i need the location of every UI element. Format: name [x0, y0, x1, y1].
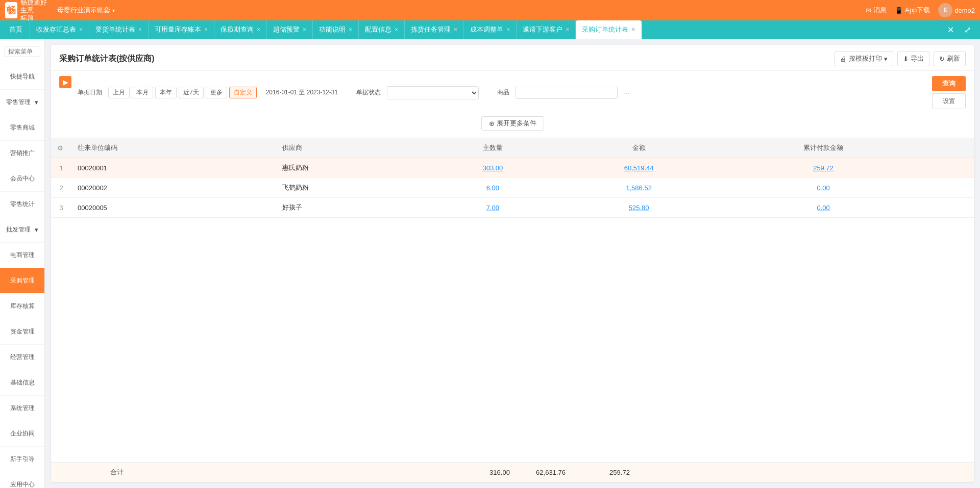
settings-button[interactable]: 设置: [932, 93, 966, 109]
date-btn-this-month[interactable]: 本月: [132, 87, 153, 98]
row-supplier: 飞鹤奶粉: [276, 178, 429, 198]
page-header: 采购订单统计表(按供应商) 🖨 按模板打印 ▾ ⬇ 导出 ↻ 刷新: [51, 45, 974, 71]
sidebar-item-retail[interactable]: 零售管理 ▾: [0, 90, 44, 115]
workspace-selector[interactable]: 母婴行业演示账套 ▾: [52, 6, 120, 15]
main-layout: 快捷导航 零售管理 ▾ 零售商城 营销推广 会员中心 零售统计 批发管理 ▾ 电…: [0, 39, 980, 488]
row-qty[interactable]: 303.00: [429, 158, 557, 178]
date-btn-last-month[interactable]: 上月: [108, 87, 130, 98]
tab-shoufacun[interactable]: 收发存汇总表 ×: [30, 20, 89, 39]
goods-input[interactable]: [516, 87, 618, 99]
refresh-icon: ↻: [939, 55, 945, 63]
table-row: 1 00020001 惠氏奶粉 303.00 60,519.44 259.72: [51, 158, 974, 178]
top-bar-right: ✉ 消息 📱 App下载 E demo2: [866, 3, 975, 17]
sidebar-item-zijin[interactable]: 资金管理: [0, 319, 44, 345]
nav-tabs: 首页 收发存汇总表 × 要货单统计表 × 可用量库存账本 × 保质期查询 × 超…: [0, 20, 980, 39]
close-all-icon[interactable]: ✕: [944, 24, 957, 36]
sidebar-item-qiye[interactable]: 企业协同: [0, 421, 44, 447]
message-btn[interactable]: ✉ 消息: [866, 6, 887, 15]
search-input[interactable]: [5, 46, 40, 57]
sidebar-item-yingyong[interactable]: 应用中心: [0, 472, 44, 488]
app-download-btn[interactable]: 📱 App下载: [895, 6, 930, 15]
row-code: 00020002: [71, 178, 276, 198]
row-amount[interactable]: 60,519.44: [557, 158, 721, 178]
sidebar-item-xinshou[interactable]: 新手引导: [0, 447, 44, 472]
sidebar-search-area[interactable]: [0, 39, 44, 64]
sidebar-item-caigou[interactable]: 采购管理: [0, 268, 44, 294]
close-icon[interactable]: ×: [79, 26, 83, 33]
row-qty[interactable]: 7.00: [429, 198, 557, 218]
query-actions: 查询 设置: [932, 76, 966, 109]
row-amount[interactable]: 1,586.52: [557, 178, 721, 198]
tab-yaohuo[interactable]: 要货单统计表 ×: [89, 20, 149, 39]
export-button[interactable]: ⬇ 导出: [897, 51, 929, 66]
template-print-button[interactable]: 🖨 按模板打印 ▾: [835, 51, 893, 66]
filter-toggle-button[interactable]: ▶: [59, 76, 71, 88]
sidebar-item-retail-stat[interactable]: 零售统计: [0, 192, 44, 217]
tab-chaochu[interactable]: 超储预警 ×: [267, 20, 313, 39]
close-icon[interactable]: ×: [257, 26, 260, 33]
close-icon[interactable]: ×: [506, 26, 510, 33]
status-select[interactable]: [387, 86, 479, 99]
row-extra: [926, 178, 974, 198]
row-paid[interactable]: 0.00: [721, 178, 926, 198]
date-custom-tag: 自定义: [229, 87, 257, 98]
sidebar-item-pifa[interactable]: 批发管理 ▾: [0, 217, 44, 243]
sidebar-item-kucun[interactable]: 库存核算: [0, 294, 44, 319]
sidebar-item-xitong[interactable]: 系统管理: [0, 396, 44, 421]
expand-icon[interactable]: ⤢: [961, 24, 974, 36]
refresh-button[interactable]: ↻ 刷新: [934, 51, 966, 66]
tab-yaoqing[interactable]: 邀请下游客户 ×: [517, 20, 576, 39]
col-amount: 金额: [557, 138, 721, 158]
close-icon[interactable]: ×: [566, 26, 569, 33]
content-area: 采购订单统计表(按供应商) 🖨 按模板打印 ▾ ⬇ 导出 ↻ 刷新: [45, 39, 980, 488]
row-paid[interactable]: 259.72: [721, 158, 926, 178]
settings-col-icon[interactable]: ⚙: [57, 144, 63, 152]
close-icon[interactable]: ×: [349, 26, 352, 33]
tab-chengben[interactable]: 成本调整单 ×: [464, 20, 517, 39]
tab-peizhi[interactable]: 配置信息 ×: [359, 20, 405, 39]
top-bar: 畅 畅捷通好生意 标题 母婴行业演示账套 ▾ ✉ 消息 📱 App下载 E de…: [0, 0, 980, 20]
sidebar: 快捷导航 零售管理 ▾ 零售商城 营销推广 会员中心 零售统计 批发管理 ▾ 电…: [0, 39, 45, 488]
goods-filter-label: 商品: [497, 88, 509, 97]
table-footer: 合计 316.00 62,631.76 259.72: [51, 462, 974, 482]
message-icon: ✉: [866, 7, 871, 14]
date-quick-btns: 上月 本月 本年 近7天 更多 自定义: [108, 87, 257, 98]
sidebar-item-shortcut[interactable]: 快捷导航: [0, 64, 44, 90]
date-btn-7days[interactable]: 近7天: [179, 87, 204, 98]
date-btn-more[interactable]: 更多: [206, 87, 227, 98]
user-area[interactable]: E demo2: [938, 3, 975, 17]
tab-home[interactable]: 首页: [2, 20, 30, 39]
sidebar-item-jichu[interactable]: 基础信息: [0, 370, 44, 396]
sidebar-item-ecom[interactable]: 电商管理: [0, 243, 44, 268]
date-filter-label: 单据日期: [78, 88, 102, 97]
logo-area: 畅 畅捷通好生意 标题: [5, 0, 50, 22]
sidebar-item-member[interactable]: 会员中心: [0, 166, 44, 192]
sidebar-item-marketing[interactable]: 营销推广: [0, 141, 44, 166]
row-paid[interactable]: 0.00: [721, 198, 926, 218]
row-seq: 1: [51, 158, 71, 178]
tab-baozhi[interactable]: 保质期查询 ×: [214, 20, 267, 39]
close-icon[interactable]: ×: [454, 26, 457, 33]
close-icon[interactable]: ×: [303, 26, 306, 33]
expand-conditions-button[interactable]: ⊕ 展开更多条件: [481, 116, 544, 131]
tab-caigou-active[interactable]: 采购订单统计表 ×: [576, 20, 642, 39]
row-amount[interactable]: 525.80: [557, 198, 721, 218]
row-seq: 2: [51, 178, 71, 198]
arrow-icon: ▾: [35, 98, 38, 106]
data-table: ⚙ 往来单位编码 供应商 主数量 金额 累计付款金额 1: [51, 138, 974, 218]
close-icon[interactable]: ×: [395, 26, 398, 33]
goods-more-icon[interactable]: ···: [624, 89, 630, 97]
table-wrapper: ⚙ 往来单位编码 供应商 主数量 金额 累计付款金额 1: [51, 138, 974, 462]
sidebar-item-jingying[interactable]: 经营管理: [0, 345, 44, 370]
tab-gongneng[interactable]: 功能说明 ×: [313, 20, 359, 39]
tab-keyong[interactable]: 可用量库存账本 ×: [149, 20, 214, 39]
date-btn-this-year[interactable]: 本年: [155, 87, 177, 98]
close-icon[interactable]: ×: [631, 26, 635, 33]
col-extra: [926, 138, 974, 158]
close-icon[interactable]: ×: [204, 26, 208, 33]
close-icon[interactable]: ×: [138, 26, 142, 33]
tab-tuohuo[interactable]: 拣货任务管理 ×: [405, 20, 464, 39]
query-button[interactable]: 查询: [932, 76, 966, 91]
sidebar-item-retail-shop[interactable]: 零售商城: [0, 115, 44, 141]
row-qty[interactable]: 6.00: [429, 178, 557, 198]
